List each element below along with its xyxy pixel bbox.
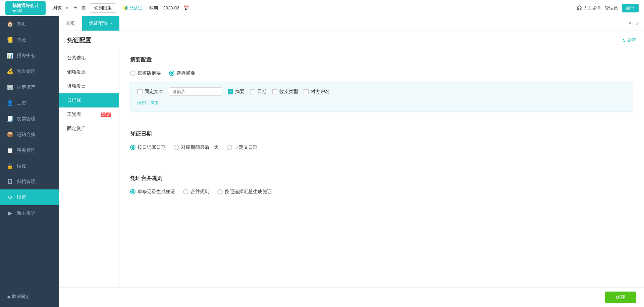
merge-section: 凭证合并规则 单条记录生成凭证 合并规则 按照选择汇总生成凭证 xyxy=(130,175,633,208)
summary-config-row: 固定文本 ✓ 摘要 日期 xyxy=(137,87,626,96)
tab-home-label: 首页 xyxy=(66,20,75,27)
left-nav-public[interactable]: 公共选项 xyxy=(59,51,119,65)
company-name: 测试 xyxy=(52,5,62,11)
sidebar-label-home: 首页 xyxy=(17,21,26,27)
settings-icon[interactable]: ⚙ xyxy=(81,5,86,11)
date-option2-label: 对应期间最后一天 xyxy=(181,144,219,150)
report-icon: 📊 xyxy=(7,52,13,59)
sidebar-item-ledger[interactable]: 📒 总账 xyxy=(0,32,59,48)
app-logo: 畅捷通好会计 专业版 xyxy=(5,1,46,15)
consult-button[interactable]: 🎧 人工咨询 xyxy=(577,5,601,11)
date-checkbox-item[interactable]: 日期 xyxy=(250,89,267,95)
main-layout: 🏠 首页 📒 总账 📊 报表中心 💰 资金管理 🏢 固定资产 👤 工资 🧾 发票… xyxy=(0,16,644,307)
income-expense-checkbox-item[interactable]: 收支类型 xyxy=(272,89,298,95)
admin-text[interactable]: 管理员 xyxy=(605,5,618,11)
tab-home[interactable]: 首页 xyxy=(59,16,82,31)
period-value: 2023-02 xyxy=(163,5,179,10)
left-nav-payroll-table[interactable]: 工资表 NEW xyxy=(59,107,119,122)
tax-icon: 📋 xyxy=(7,147,13,154)
sidebar-item-fund[interactable]: 💰 资金管理 xyxy=(0,63,59,79)
date-radio3-circle xyxy=(227,145,232,150)
close-window-icon[interactable]: × xyxy=(629,20,632,27)
sidebar-item-home[interactable]: 🏠 首页 xyxy=(0,16,59,32)
fixed-text-checkbox-item[interactable]: 固定文本 xyxy=(137,89,163,95)
tab-voucher-config[interactable]: 凭证配置 × xyxy=(82,16,119,31)
sidebar-item-archive[interactable]: 🗄 归档管理 xyxy=(0,174,59,189)
date-option3-label: 自定义日期 xyxy=(234,144,258,150)
company-dropdown-icon[interactable]: ▾ xyxy=(66,5,68,11)
merge-option3[interactable]: 按照选择汇总生成凭证 xyxy=(217,189,272,195)
headset-icon: 🎧 xyxy=(577,5,582,10)
sidebar-label-fund: 资金管理 xyxy=(17,69,36,75)
cancel-fixed-button[interactable]: ◀ 取消固定 xyxy=(0,290,59,303)
sidebar-item-closing[interactable]: 🔒 结账 xyxy=(0,158,59,174)
sidebar-item-payroll[interactable]: 👤 工资 xyxy=(0,95,59,111)
refresh-icon: ↻ xyxy=(622,38,626,43)
sidebar-label-settings: 设置 xyxy=(17,194,26,201)
calendar-icon[interactable]: 📅 xyxy=(183,5,189,11)
tab-bar-actions: × ⤢ xyxy=(629,20,640,27)
arrow-left-icon: ◀ xyxy=(7,294,10,299)
new-badge: NEW xyxy=(101,113,111,117)
summary-title: 摘要配置 xyxy=(130,56,633,63)
date-option3[interactable]: 自定义日期 xyxy=(227,144,258,150)
old-version-button[interactable]: 切到旧版 xyxy=(90,3,116,13)
date-radio1-circle xyxy=(130,145,136,150)
sidebar-item-guide[interactable]: ▶ 新手引导 xyxy=(0,205,59,221)
fullscreen-icon[interactable]: ⤢ xyxy=(636,20,640,27)
sidebar: 🏠 首页 📒 总账 📊 报表中心 💰 资金管理 🏢 固定资产 👤 工资 🧾 发票… xyxy=(0,16,59,307)
tab-close-icon[interactable]: × xyxy=(110,21,113,26)
save-button[interactable]: 保存 xyxy=(605,292,636,303)
date-option2[interactable]: 对应期间最后一天 xyxy=(174,144,219,150)
left-nav-fixed-assets[interactable]: 固定资产 xyxy=(59,122,119,136)
counterparty-checkbox-item[interactable]: 对方户名 xyxy=(304,89,330,95)
topbar: 畅捷通好会计 专业版 测试 ▾ + ⚙ 切到旧版 🔰 已认证 账期 2023-0… xyxy=(0,0,644,16)
merge-option1[interactable]: 单条记录生成凭证 xyxy=(130,189,175,195)
sidebar-label-payroll: 工资 xyxy=(17,100,26,106)
logo-line1: 畅捷通好会计 xyxy=(12,3,39,9)
sidebar-item-report[interactable]: 📊 报表中心 xyxy=(0,48,59,63)
date-option1[interactable]: 按日记账日期 xyxy=(130,144,166,150)
box-icon: 📦 xyxy=(7,131,13,138)
example-text: 例如：摘要 xyxy=(137,100,626,106)
sidebar-item-invoice[interactable]: 🧾 发票管理 xyxy=(0,111,59,127)
content-area: 首页 凭证配置 × × ⤢ 凭证配置 ↻ 刷新 公共选项 xyxy=(59,16,644,307)
add-icon[interactable]: + xyxy=(73,4,77,11)
merge-option2[interactable]: 合并规则 xyxy=(183,189,209,195)
left-nav-purchase-invoice[interactable]: 进项发票 xyxy=(59,79,119,93)
refresh-text: 刷新 xyxy=(627,37,636,43)
date-checkbox xyxy=(250,89,255,94)
merge-radio-group: 单条记录生成凭证 合并规则 按照选择汇总生成凭证 xyxy=(130,189,633,195)
left-nav-purchase-label: 进项发票 xyxy=(67,83,86,89)
fund-icon: 💰 xyxy=(7,68,13,75)
fixed-text-input[interactable] xyxy=(169,87,222,96)
sidebar-bottom: ◀ 取消固定 xyxy=(0,286,59,307)
sidebar-item-tax[interactable]: 📋 税务管理 xyxy=(0,142,59,158)
sidebar-item-purchase-sales[interactable]: 📦 进销台账 xyxy=(0,127,59,142)
fixed-text-label: 固定文本 xyxy=(145,89,163,95)
summary-option1[interactable]: 按模版摘要 xyxy=(130,70,161,76)
certification-status: 🔰 已认证 xyxy=(123,5,143,11)
summary-checkbox-item[interactable]: ✓ 摘要 xyxy=(228,89,245,95)
logo-line2: 专业版 xyxy=(12,9,39,13)
sidebar-item-fixed-assets[interactable]: 🏢 固定资产 xyxy=(0,79,59,95)
tab-bar: 首页 凭证配置 × × ⤢ xyxy=(59,16,644,31)
sidebar-label-purchase-sales: 进销台账 xyxy=(17,132,36,138)
sidebar-label-fixed-assets: 固定资产 xyxy=(17,84,36,90)
left-nav: 公共选项 销项发票 进项发票 日记账 工资表 NEW 固定资产 xyxy=(59,48,119,287)
consult-text: 人工咨询 xyxy=(583,5,601,11)
sidebar-label-tax: 税务管理 xyxy=(17,147,36,154)
left-nav-sales-invoice[interactable]: 销项发票 xyxy=(59,65,119,79)
shield-icon: 🔰 xyxy=(123,5,128,10)
sidebar-item-settings[interactable]: ⚙ 设置 xyxy=(0,189,59,205)
income-expense-checkbox xyxy=(272,89,277,94)
left-nav-journal[interactable]: 日记账 xyxy=(59,93,119,107)
inner-layout: 公共选项 销项发票 进项发票 日记账 工资表 NEW 固定资产 xyxy=(59,48,644,287)
sidebar-label-report: 报表中心 xyxy=(17,53,36,59)
refresh-button[interactable]: ↻ 刷新 xyxy=(622,37,636,43)
summary-option2[interactable]: 选择摘要 xyxy=(169,70,195,76)
sidebar-label-closing: 结账 xyxy=(17,163,26,169)
accountant-button[interactable]: 会计 xyxy=(622,4,639,12)
date-title: 凭证日期 xyxy=(130,131,633,138)
topbar-right: 🎧 人工咨询 管理员 会计 xyxy=(577,4,639,12)
